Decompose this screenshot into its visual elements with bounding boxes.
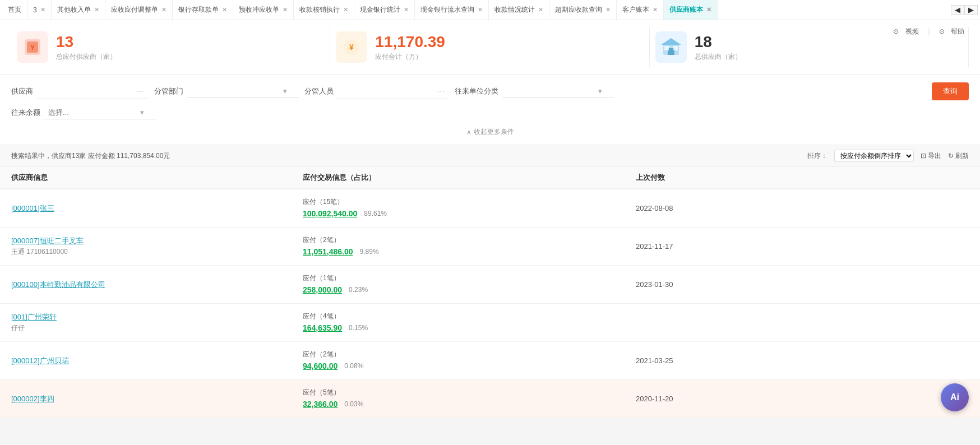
supplier-input[interactable] xyxy=(41,87,131,95)
query-button[interactable]: 查询 xyxy=(932,82,969,100)
close-icon[interactable]: ✕ xyxy=(94,6,99,13)
payable-amount-link[interactable]: 164,635.90 xyxy=(303,323,342,332)
supplier-link[interactable]: [000002]李四 xyxy=(11,394,303,404)
nav-tab-cash-stat-label: 现金银行统计 xyxy=(360,5,400,15)
help-link[interactable]: ⊙ 帮助 xyxy=(937,27,967,36)
payable-cell: 应付（5笔） 32,366.00 0.03% xyxy=(303,388,636,410)
nav-tab-overdue[interactable]: 超期应收款查询 ✕ xyxy=(549,0,617,20)
dept-input[interactable] xyxy=(191,87,281,95)
nav-tab-cash-flow-label: 现金银行流水查询 xyxy=(420,5,474,15)
payable-supplier-label: 总应付供应商（家） xyxy=(56,52,117,62)
supplier-link[interactable]: [001]广州荣轩 xyxy=(11,312,303,322)
dept-filter-label: 分管部门 xyxy=(154,86,183,96)
payable-amount-link[interactable]: 32,366.00 xyxy=(303,400,338,409)
store-icon xyxy=(660,37,682,57)
nav-scroll-left[interactable]: ◀ xyxy=(951,5,964,15)
supplier-select-box[interactable]: ··· xyxy=(36,84,149,99)
close-icon[interactable]: ✕ xyxy=(653,6,658,13)
close-icon[interactable]: ✕ xyxy=(478,6,483,13)
payable-cell: 应付（1笔） 258,000.00 0.23% xyxy=(303,274,636,295)
nav-tab-3[interactable]: 3 ✕ xyxy=(27,0,52,20)
video-link[interactable]: ⊙ 视频 xyxy=(891,27,921,36)
payable-supplier-count: 13 xyxy=(56,33,117,52)
nav-tab-supplier-ledger[interactable]: 供应商账本 ✕ xyxy=(664,0,718,20)
header-payable-info: 应付交易信息（占比） xyxy=(303,173,636,183)
nav-tab-home[interactable]: 首页 xyxy=(2,0,27,20)
payable-amount-link[interactable]: 94,600.00 xyxy=(303,361,338,370)
nav-tab-payment-exec[interactable]: 收款核销执行 ✕ xyxy=(294,0,354,20)
nav-tab-supplier-ledger-label: 供应商账本 xyxy=(669,5,703,15)
nav-tab-customer-ledger[interactable]: 客户账本 ✕ xyxy=(617,0,664,20)
dept-select-box[interactable]: ▾ xyxy=(187,85,299,98)
supplier-filter-label: 供应商 xyxy=(11,86,33,96)
nav-tab-collection-stat[interactable]: 收款情况统计 ✕ xyxy=(489,0,549,20)
filter-item-supplier: 供应商 ··· xyxy=(11,84,149,99)
payable-amount-link[interactable]: 100,092,540.00 xyxy=(303,209,357,218)
summary-top-right: ⊙ 视频 ｜ ⊙ 帮助 xyxy=(889,27,969,36)
nav-tab-advance[interactable]: 预收冲应收单 ✕ xyxy=(233,0,294,20)
close-icon[interactable]: ✕ xyxy=(343,6,348,13)
refresh-button[interactable]: ↻ 刷新 xyxy=(948,151,969,161)
card-icon-store xyxy=(655,31,687,63)
nav-tab-cash-stat[interactable]: 现金银行统计 ✕ xyxy=(354,0,415,20)
table-row: [000001]张三 应付（15笔） 100,092,540.00 89.61%… xyxy=(0,189,980,228)
supplier-cell: [000007]恒旺二手叉车 王通 17106110000 xyxy=(11,236,303,257)
person-input[interactable] xyxy=(341,87,431,95)
supplier-link[interactable]: [000001]张三 xyxy=(11,203,303,214)
nav-tab-bank[interactable]: 银行存取款单 ✕ xyxy=(173,0,233,20)
last-pay-cell: 2022-08-08 xyxy=(636,204,969,212)
payable-amount-link[interactable]: 11,051,486.00 xyxy=(303,247,353,256)
category-input[interactable] xyxy=(506,87,596,95)
header-supplier-info: 供应商信息 xyxy=(11,173,303,183)
card-content-total: 11,170.39 应付合计（万） xyxy=(375,33,445,62)
category-chevron-icon[interactable]: ▾ xyxy=(598,87,602,95)
balance-input[interactable] xyxy=(48,108,138,117)
card-content-payable: 13 总应付供应商（家） xyxy=(56,33,117,62)
supplier-cell: [001]广州荣轩 仔仔 xyxy=(11,312,303,333)
balance-chevron-icon[interactable]: ▾ xyxy=(140,108,144,117)
close-icon[interactable]: ✕ xyxy=(706,6,711,13)
last-pay-date: 2021-03-25 xyxy=(636,356,673,365)
nav-tab-other-income[interactable]: 其他收入单 ✕ xyxy=(52,0,105,20)
supplier-link[interactable]: [000100]本特勤油品有限公司 xyxy=(11,280,303,290)
dept-chevron-icon[interactable]: ▾ xyxy=(283,87,287,95)
close-icon[interactable]: ✕ xyxy=(605,6,611,13)
payable-label: 应付（2笔） xyxy=(303,350,340,359)
last-pay-cell: 2020-11-20 xyxy=(636,395,969,403)
category-select-box[interactable]: ▾ xyxy=(502,85,614,98)
svg-rect-9 xyxy=(673,46,678,50)
filter-item-person: 分管人员 ··· xyxy=(304,84,449,99)
supplier-link[interactable]: [000012]广州贝瑞 xyxy=(11,356,303,366)
help-icon: ⊙ xyxy=(939,27,945,35)
nav-tab-overdue-label: 超期应收款查询 xyxy=(555,5,602,15)
table-row: [000012]广州贝瑞 应付（2笔） 94,600.00 0.08% 2021… xyxy=(0,342,980,380)
person-select-box[interactable]: ··· xyxy=(337,84,449,99)
table-row: [000007]恒旺二手叉车 王通 17106110000 应付（2笔） 11,… xyxy=(0,228,980,266)
supplier-link[interactable]: [000007]恒旺二手叉车 xyxy=(11,236,303,246)
payable-amount-link[interactable]: 258,000.00 xyxy=(303,285,342,294)
supplier-sub: 王通 17106110000 xyxy=(11,247,303,257)
close-icon[interactable]: ✕ xyxy=(404,6,409,13)
collapse-button[interactable]: ∧ 收起更多条件 xyxy=(11,125,969,139)
ai-button[interactable]: Ai xyxy=(941,383,969,411)
close-icon[interactable]: ✕ xyxy=(161,6,167,13)
nav-tab-ar-adjust[interactable]: 应收应付调整单 ✕ xyxy=(105,0,173,20)
close-icon[interactable]: ✕ xyxy=(538,6,543,13)
close-icon[interactable]: ✕ xyxy=(222,6,227,13)
table-row: [000002]李四 应付（5笔） 32,366.00 0.03% 2020-1… xyxy=(0,380,980,418)
payable-cell: 应付（2笔） 94,600.00 0.08% xyxy=(303,350,636,372)
supplier-dots-icon[interactable]: ··· xyxy=(137,86,144,96)
balance-select-box[interactable]: ▾ xyxy=(44,106,156,119)
summary-card-payable-total: ¥ 11,170.39 应付合计（万） xyxy=(330,27,649,67)
last-pay-date: 2022-08-08 xyxy=(636,204,673,212)
supplier-cell: [000001]张三 xyxy=(11,203,303,214)
nav-tab-cash-flow[interactable]: 现金银行流水查询 ✕ xyxy=(415,0,489,20)
person-dots-icon[interactable]: ··· xyxy=(437,86,445,96)
payable-label: 应付（4笔） xyxy=(303,312,340,321)
nav-scroll-right[interactable]: ▶ xyxy=(964,5,978,15)
close-icon[interactable]: ✕ xyxy=(283,6,288,13)
close-icon[interactable]: ✕ xyxy=(40,6,45,13)
export-button[interactable]: ⊡ 导出 xyxy=(921,151,941,161)
sort-select[interactable]: 按应付余额倒序排序 xyxy=(834,150,914,162)
total-supplier-count: 18 xyxy=(695,33,742,52)
